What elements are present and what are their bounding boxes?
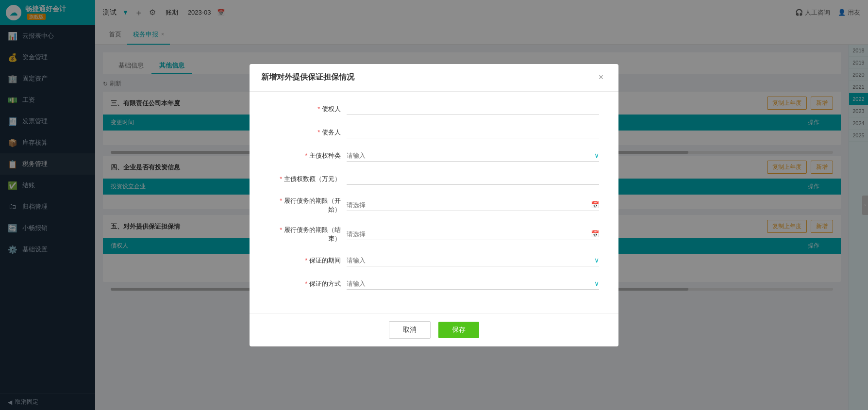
date-wrap-period-end: 📅 <box>347 229 599 240</box>
input-period-end[interactable] <box>347 229 591 240</box>
form-row-creditor: * 债权人 <box>269 103 599 115</box>
required-mark: * <box>305 152 307 159</box>
form-label-claim-type: * 主债权种类 <box>269 151 347 160</box>
modal-overlay: 新增对外提供保证担保情况 × * 债权人 * 债务人 <box>0 0 868 410</box>
form-label-creditor: * 债权人 <box>269 105 347 114</box>
required-mark: * <box>305 280 307 287</box>
form-row-guarantee-period: * 保证的期间 ∨ <box>269 255 599 266</box>
required-mark: * <box>305 257 307 264</box>
chevron-down-icon-guarantee-period[interactable]: ∨ <box>594 256 599 264</box>
form-row-guarantee-method: * 保证的方式 ∨ <box>269 278 599 290</box>
modal-header: 新增对外提供保证担保情况 × <box>250 64 618 92</box>
chevron-down-icon-guarantee-method[interactable]: ∨ <box>594 279 599 287</box>
input-period-start[interactable] <box>347 199 591 211</box>
select-guarantee-period[interactable] <box>347 255 594 266</box>
select-wrap-claim-type: ∨ <box>347 150 599 162</box>
calendar-icon-start[interactable]: 📅 <box>591 201 599 209</box>
input-claim-amount[interactable] <box>347 173 599 185</box>
cancel-button[interactable]: 取消 <box>389 321 431 339</box>
form-label-debtor: * 债务人 <box>269 128 347 137</box>
date-wrap-period-start: 📅 <box>347 199 599 211</box>
form-label-claim-amount: * 主债权数额（万元） <box>269 175 347 183</box>
required-mark: * <box>317 129 320 136</box>
form-label-period-start: * 履行债务的期限（开始） <box>269 197 347 214</box>
modal-title: 新增对外提供保证担保情况 <box>261 72 354 82</box>
form-label-guarantee-period: * 保证的期间 <box>269 256 347 265</box>
calendar-icon-end[interactable]: 📅 <box>591 230 599 238</box>
chevron-down-icon-claim-type[interactable]: ∨ <box>594 151 599 159</box>
modal-close-btn[interactable]: × <box>595 72 607 83</box>
form-label-period-end: * 履行债务的期限（结束） <box>269 226 347 243</box>
select-guarantee-method[interactable] <box>347 278 594 289</box>
select-wrap-guarantee-period: ∨ <box>347 255 599 266</box>
form-row-debtor: * 债务人 <box>269 127 599 138</box>
form-row-period-end: * 履行债务的期限（结束） 📅 <box>269 226 599 243</box>
required-mark: * <box>280 197 282 204</box>
input-creditor[interactable] <box>347 103 599 115</box>
modal-dialog: 新增对外提供保证担保情况 × * 债权人 * 债务人 <box>250 64 618 346</box>
required-mark: * <box>280 226 282 233</box>
form-row-claim-type: * 主债权种类 ∨ <box>269 150 599 162</box>
required-mark: * <box>317 105 320 113</box>
required-mark: * <box>280 175 282 182</box>
form-label-guarantee-method: * 保证的方式 <box>269 279 347 288</box>
select-claim-type[interactable] <box>347 150 594 161</box>
form-row-period-start: * 履行债务的期限（开始） 📅 <box>269 197 599 214</box>
input-debtor[interactable] <box>347 127 599 138</box>
modal-body: * 债权人 * 债务人 * 主债权种 <box>250 92 618 313</box>
save-button[interactable]: 保存 <box>438 322 479 338</box>
form-row-claim-amount: * 主债权数额（万元） <box>269 173 599 185</box>
modal-footer: 取消 保存 <box>250 313 618 346</box>
select-wrap-guarantee-method: ∨ <box>347 278 599 290</box>
